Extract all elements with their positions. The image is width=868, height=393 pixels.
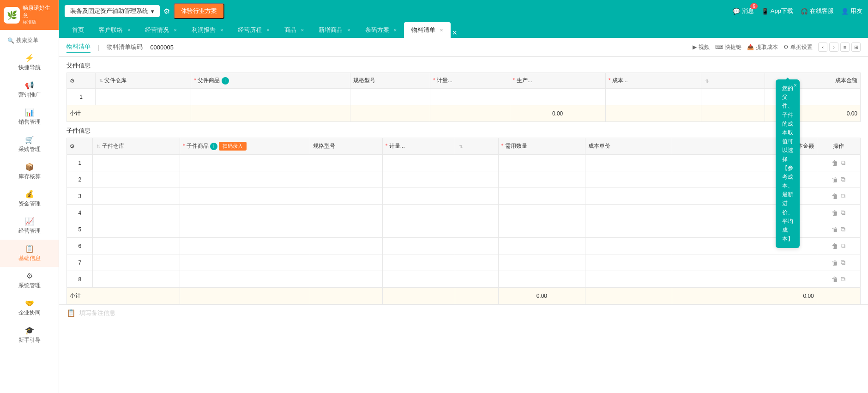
- delete-icon-4[interactable]: 🗑: [832, 209, 838, 217]
- child-row-1-unit[interactable]: [382, 155, 455, 171]
- message-item[interactable]: 💬 消息 6: [733, 7, 754, 15]
- bottom-notes-label[interactable]: 填写备注信息: [79, 309, 115, 317]
- tab-operation-close[interactable]: ×: [174, 27, 176, 33]
- child-row-2-unit[interactable]: [382, 171, 455, 188]
- child-row-6-unit[interactable]: [382, 238, 455, 254]
- child-row-5-warehouse[interactable]: [93, 221, 180, 238]
- child-row-6-qty[interactable]: [498, 238, 585, 254]
- scan-button[interactable]: 扫码录入: [219, 142, 247, 151]
- child-row-6-unit-cost[interactable]: [585, 238, 672, 254]
- tab-history-close[interactable]: ×: [266, 27, 269, 33]
- next-arrow[interactable]: ›: [829, 42, 838, 52]
- tab-barcode[interactable]: 条码方案 ×: [358, 22, 404, 38]
- child-row-4-spec[interactable]: [310, 205, 382, 221]
- nav-item-basic[interactable]: 📋 基础信息: [0, 240, 59, 267]
- nav-item-operation[interactable]: 📈 经营管理: [0, 212, 59, 240]
- child-row-8-spec[interactable]: [310, 271, 382, 288]
- parent-row-1-extra[interactable]: [701, 89, 765, 105]
- child-row-3-unit-cost[interactable]: [585, 188, 672, 205]
- tab-new-goods[interactable]: 新增商品 ×: [311, 22, 357, 38]
- child-row-1-spec[interactable]: [310, 155, 382, 171]
- child-row-5-unit-cost[interactable]: [585, 221, 672, 238]
- tab-goods[interactable]: 商品 ×: [277, 22, 311, 38]
- child-row-5-spec[interactable]: [310, 221, 382, 238]
- delete-icon-5[interactable]: 🗑: [832, 226, 838, 233]
- tab-barcode-close[interactable]: ×: [394, 27, 397, 33]
- copy-icon-5[interactable]: ⧉: [841, 225, 845, 233]
- tab-profit-close[interactable]: ×: [220, 27, 223, 33]
- sub-tab-bom-code-label[interactable]: 物料清单编码: [107, 42, 143, 52]
- child-row-2-warehouse[interactable]: [93, 171, 180, 188]
- child-row-7-qty[interactable]: [498, 254, 585, 271]
- child-row-1-qty[interactable]: [498, 155, 585, 171]
- child-row-4-unit[interactable]: [382, 205, 455, 221]
- delete-icon-7[interactable]: 🗑: [832, 259, 838, 266]
- copy-icon-6[interactable]: ⧉: [841, 242, 845, 250]
- copy-icon-2[interactable]: ⧉: [841, 175, 845, 183]
- nav-item-system[interactable]: ⚙ 系统管理: [0, 267, 59, 294]
- child-row-5-qty[interactable]: [498, 221, 585, 238]
- parent-row-1-unit[interactable]: [430, 89, 510, 105]
- child-row-7-unit-cost[interactable]: [585, 254, 672, 271]
- nav-item-inventory[interactable]: 📦 库存核算: [0, 158, 59, 185]
- tab-bom-close[interactable]: ×: [440, 27, 443, 33]
- child-row-3-spec[interactable]: [310, 188, 382, 205]
- child-row-3-warehouse[interactable]: [93, 188, 180, 205]
- tab-operation[interactable]: 经营情况 ×: [138, 22, 184, 38]
- trial-button[interactable]: 体验行业方案: [174, 3, 224, 19]
- nav-item-quick[interactable]: ⚡ 快捷导航: [0, 49, 59, 76]
- child-row-1-unit-cost[interactable]: [585, 155, 672, 171]
- parent-row-1-cost[interactable]: [605, 89, 701, 105]
- child-row-6-product[interactable]: [180, 238, 310, 254]
- list-view-toggle[interactable]: ≡: [840, 42, 850, 52]
- child-col-gear[interactable]: ⚙: [67, 138, 93, 155]
- tab-history[interactable]: 经营历程 ×: [230, 22, 277, 38]
- info-icon[interactable]: i: [222, 77, 229, 85]
- view-btn[interactable]: ▶ 视频: [693, 43, 710, 51]
- extract-cost-btn[interactable]: 📥 提取成本: [747, 43, 778, 51]
- nav-item-sales[interactable]: 📊 销售管理: [0, 103, 59, 131]
- sub-tab-bom-list[interactable]: 物料清单: [66, 42, 90, 53]
- child-row-8-qty[interactable]: [498, 271, 585, 288]
- child-row-2-spec[interactable]: [310, 171, 382, 188]
- user-item[interactable]: 👤 用友: [841, 7, 862, 15]
- child-row-8-unit-cost[interactable]: [585, 271, 672, 288]
- child-row-3-product[interactable]: [180, 188, 310, 205]
- prev-arrow[interactable]: ‹: [818, 42, 827, 52]
- child-row-4-product[interactable]: [180, 205, 310, 221]
- tooltip-close-btn[interactable]: ×: [794, 81, 797, 90]
- copy-icon-7[interactable]: ⧉: [841, 259, 845, 266]
- tab-home[interactable]: 首页: [65, 22, 91, 38]
- child-row-3-unit[interactable]: [382, 188, 455, 205]
- copy-icon-3[interactable]: ⧉: [841, 192, 845, 200]
- child-row-2-product[interactable]: [180, 171, 310, 188]
- child-info-icon[interactable]: i: [210, 143, 217, 150]
- parent-col-gear[interactable]: ⚙: [67, 73, 96, 89]
- child-row-6-warehouse[interactable]: [93, 238, 180, 254]
- brand-logo[interactable]: 🌿 畅康诺好生意 标准版: [0, 0, 59, 30]
- parent-row-1-produce[interactable]: [510, 89, 605, 105]
- settings-icon[interactable]: ⚙: [163, 7, 170, 16]
- nav-item-finance[interactable]: 💰 资金管理: [0, 185, 59, 212]
- copy-icon-4[interactable]: ⧉: [841, 209, 845, 217]
- child-row-5-product[interactable]: [180, 221, 310, 238]
- child-row-5-unit[interactable]: [382, 221, 455, 238]
- app-download-item[interactable]: 📱 App下载: [761, 7, 793, 15]
- single-settings-btn[interactable]: ⚙ 单据设置: [784, 43, 813, 51]
- delete-icon-1[interactable]: 🗑: [832, 159, 838, 167]
- child-row-8-product[interactable]: [180, 271, 310, 288]
- tab-customer-close[interactable]: ×: [127, 27, 130, 33]
- child-row-1-warehouse[interactable]: [93, 155, 180, 171]
- nav-item-purchase[interactable]: 🛒 采购管理: [0, 131, 59, 158]
- tab-bom[interactable]: 物料清单 ×: [404, 22, 450, 38]
- child-row-3-qty[interactable]: [498, 188, 585, 205]
- copy-icon-1[interactable]: ⧉: [841, 159, 845, 167]
- system-selector[interactable]: 装备及固定资产辅助管理系统 ▾: [65, 5, 160, 17]
- child-row-7-unit[interactable]: [382, 254, 455, 271]
- delete-icon-6[interactable]: 🗑: [832, 242, 838, 250]
- tab-goods-close[interactable]: ×: [301, 27, 304, 33]
- parent-row-1-warehouse[interactable]: [96, 89, 191, 105]
- close-all-icon[interactable]: ×: [452, 28, 458, 38]
- child-row-7-spec[interactable]: [310, 254, 382, 271]
- delete-icon-3[interactable]: 🗑: [832, 193, 838, 200]
